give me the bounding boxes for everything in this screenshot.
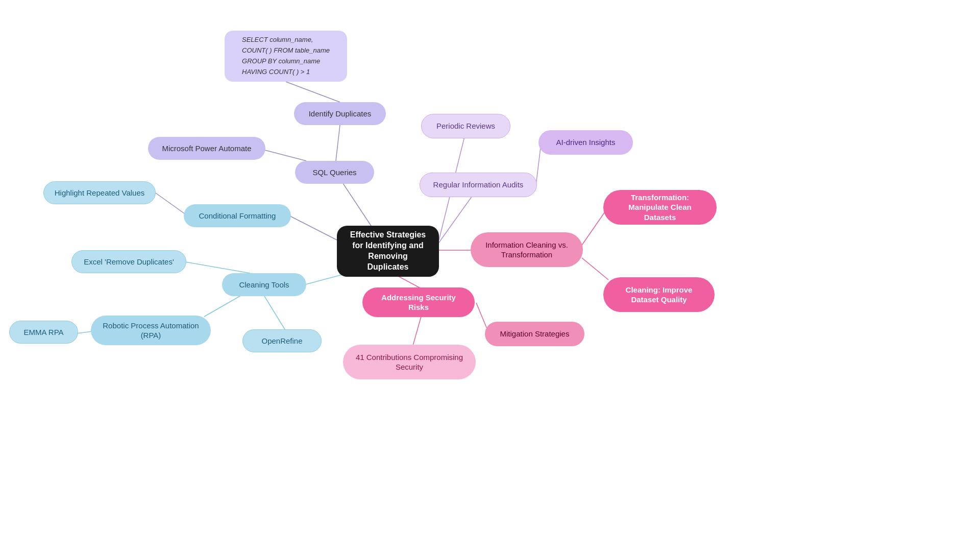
cleaning-improve-node[interactable]: Cleaning: Improve Dataset Quality xyxy=(603,277,715,312)
svg-line-7 xyxy=(185,262,250,273)
ai-driven-node[interactable]: AI-driven Insights xyxy=(538,130,633,155)
sql-queries-node[interactable]: SQL Queries xyxy=(295,161,374,184)
center-node[interactable]: Effective Strategies for Identifying and… xyxy=(337,226,439,277)
highlight-repeated-node[interactable]: Highlight Repeated Values xyxy=(43,181,156,204)
cleaning-tools-node[interactable]: Cleaning Tools xyxy=(222,273,306,296)
svg-line-19 xyxy=(582,258,608,280)
mind-map-connections xyxy=(0,0,980,553)
transformation-manipulate-node[interactable]: Transformation: Manipulate Clean Dataset… xyxy=(603,190,717,225)
svg-line-1 xyxy=(336,125,340,161)
sql-code-node[interactable]: SELECT column_name, COUNT( ) FROM table_… xyxy=(225,31,347,82)
regular-info-audits-node[interactable]: Regular Information Audits xyxy=(420,173,537,197)
excel-remove-node[interactable]: Excel 'Remove Duplicates' xyxy=(71,250,186,273)
svg-line-18 xyxy=(582,208,607,245)
identify-duplicates-node[interactable]: Identify Duplicates xyxy=(294,102,386,125)
svg-line-12 xyxy=(412,317,421,347)
svg-line-16 xyxy=(536,143,541,185)
mitigation-strategies-node[interactable]: Mitigation Strategies xyxy=(485,322,584,346)
svg-line-4 xyxy=(290,216,337,240)
svg-line-9 xyxy=(204,296,240,317)
conditional-formatting-node[interactable]: Conditional Formatting xyxy=(184,204,291,227)
svg-line-2 xyxy=(286,82,340,102)
rpa-node[interactable]: Robotic Process Automation (RPA) xyxy=(91,316,211,345)
ms-power-automate-node[interactable]: Microsoft Power Automate xyxy=(148,137,265,160)
info-cleaning-transformation-node[interactable]: Information Cleaning vs. Transformation xyxy=(471,232,583,267)
addressing-security-node[interactable]: Addressing Security Risks xyxy=(362,287,475,317)
svg-line-8 xyxy=(264,296,285,329)
emma-rpa-node[interactable]: EMMA RPA xyxy=(9,321,78,344)
openrefine-node[interactable]: OpenRefine xyxy=(242,329,322,352)
svg-line-5 xyxy=(156,193,188,216)
svg-line-3 xyxy=(263,150,306,161)
periodic-reviews-node[interactable]: Periodic Reviews xyxy=(421,114,510,138)
contributions-compromising-node[interactable]: 41 Contributions Compromising Security xyxy=(343,345,476,379)
